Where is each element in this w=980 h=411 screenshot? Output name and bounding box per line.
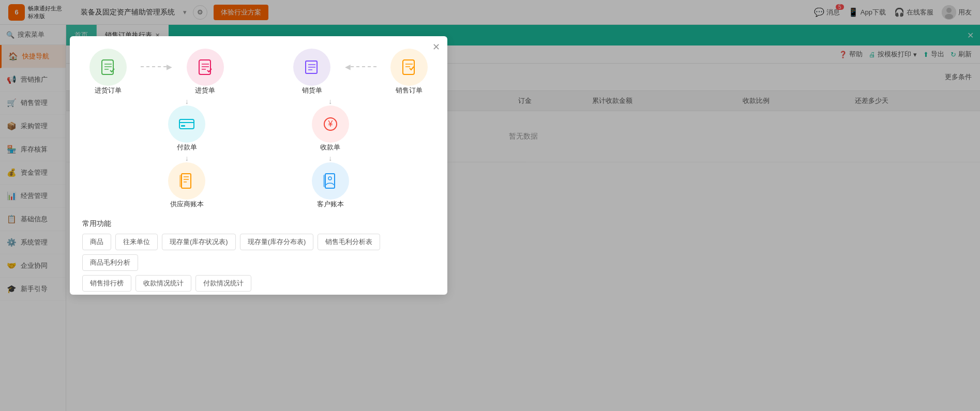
flow-receipt[interactable]: ¥ 收款单 xyxy=(312,105,349,152)
svg-rect-15 xyxy=(403,60,414,74)
btn-product-profit[interactable]: 商品毛利分析 xyxy=(82,254,138,271)
svg-rect-27 xyxy=(179,175,182,187)
svg-rect-20 xyxy=(181,125,185,127)
flow-purchase-order-label: 进货订单 xyxy=(95,86,122,95)
common-functions: 常用功能 商品 往来单位 现存量(库存状况表) 现存量(库存分布表) 销售毛利分… xyxy=(82,219,435,292)
flow-sales-receipt[interactable]: 销货单 xyxy=(293,49,330,95)
flow-purchase-receipt-label: 进货单 xyxy=(195,86,215,95)
flow-customer-ledger[interactable]: 客户账本 xyxy=(312,162,349,209)
btn-stock-dist[interactable]: 现存量(库存分布表) xyxy=(240,234,314,250)
svg-rect-18 xyxy=(179,119,194,129)
down-arrow-customer: ↓ xyxy=(328,154,332,162)
flow-purchase-order[interactable]: 进货订单 xyxy=(89,49,127,95)
down-arrow-supplier: ↓ xyxy=(185,154,189,162)
modal-box: ✕ 进货订单 ▶ xyxy=(70,36,447,295)
flow-sales-order[interactable]: 销售订单 xyxy=(390,49,428,95)
btn-contacts[interactable]: 往来单位 xyxy=(115,234,158,250)
flow-supplier-ledger-label: 供应商账本 xyxy=(170,200,204,209)
svg-rect-30 xyxy=(323,175,325,187)
common-buttons-row1: 商品 往来单位 现存量(库存状况表) 现存量(库存分布表) 销售毛利分析表 商品… xyxy=(82,234,435,271)
common-buttons-row2: 销售排行榜 收款情况统计 付款情况统计 xyxy=(82,275,435,292)
btn-product[interactable]: 商品 xyxy=(82,234,111,250)
flow-supplier-ledger[interactable]: 供应商账本 xyxy=(168,162,205,209)
flow-sales-order-label: 销售订单 xyxy=(396,86,423,95)
flow-payment[interactable]: 付款单 xyxy=(168,105,205,152)
flow-payment-label: 付款单 xyxy=(177,143,197,152)
flow-receipt-label: 收款单 xyxy=(320,143,340,152)
svg-point-29 xyxy=(328,177,331,180)
btn-stock-status[interactable]: 现存量(库存状况表) xyxy=(162,234,236,250)
common-functions-title: 常用功能 xyxy=(82,219,435,229)
btn-sales-ranking[interactable]: 销售排行榜 xyxy=(82,275,131,292)
modal-close-button[interactable]: ✕ xyxy=(432,41,440,53)
down-arrow-payment: ↓ xyxy=(185,97,189,105)
flow-customer-ledger-label: 客户账本 xyxy=(317,200,344,209)
svg-rect-28 xyxy=(325,174,335,188)
btn-sales-profit[interactable]: 销售毛利分析表 xyxy=(318,234,380,250)
flow-purchase-receipt[interactable]: 进货单 xyxy=(187,49,224,95)
btn-payment-stats[interactable]: 付款情况统计 xyxy=(195,275,251,292)
svg-text:¥: ¥ xyxy=(327,119,333,128)
flow-sales-receipt-label: 销货单 xyxy=(302,86,322,95)
svg-rect-23 xyxy=(182,174,191,188)
btn-receipt-stats[interactable]: 收款情况统计 xyxy=(135,275,191,292)
down-arrow-receipt: ↓ xyxy=(328,97,332,105)
modal-overlay[interactable]: ✕ 进货订单 ▶ xyxy=(0,0,980,411)
